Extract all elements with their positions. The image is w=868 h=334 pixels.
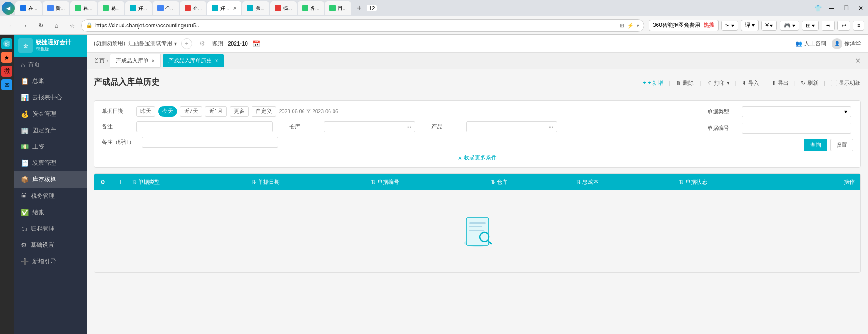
type-dropdown-icon: ▾ bbox=[844, 108, 847, 115]
print-label: 打印 bbox=[714, 79, 725, 87]
new-tab-button[interactable]: + bbox=[352, 1, 366, 15]
tab-4[interactable]: 易... bbox=[98, 1, 124, 15]
shirt-icon[interactable]: 👕 bbox=[813, 4, 822, 13]
tab-bill-list[interactable]: 产成品入库单 ✕ bbox=[110, 54, 161, 68]
weibo-icon[interactable]: 微 bbox=[1, 66, 12, 77]
tab-3[interactable]: 易... bbox=[70, 1, 97, 15]
nav-item-assets[interactable]: 🏢 固定资产 bbox=[14, 122, 87, 139]
user-profile[interactable]: 👤 徐泽华 bbox=[832, 38, 861, 49]
settings-gear-icon[interactable]: ⚙ bbox=[197, 38, 208, 49]
show-detail-checkbox[interactable] bbox=[831, 80, 837, 86]
tab-9[interactable]: 腾... bbox=[242, 1, 269, 15]
refresh-button[interactable]: ↻ 刷新 bbox=[801, 79, 818, 87]
export-button[interactable]: ⬆ 导出 bbox=[771, 79, 789, 87]
theme-btn[interactable]: ☀ bbox=[822, 21, 835, 31]
th-gear[interactable]: ⚙ bbox=[94, 174, 111, 190]
nav-item-new-bill[interactable]: ➕ 新增引导 bbox=[14, 253, 87, 270]
scissors-btn[interactable]: ✂ ▾ bbox=[721, 21, 738, 31]
nav-item-funds[interactable]: 💰 资金管理 bbox=[14, 106, 87, 122]
nav-item-basic[interactable]: ⚙ 基础设置 bbox=[14, 237, 87, 253]
th-type[interactable]: ⇅ 单据类型 bbox=[127, 174, 246, 190]
type-select[interactable]: ▾ bbox=[742, 106, 851, 117]
tab-5[interactable]: 好... bbox=[125, 1, 152, 15]
tab-bill-history[interactable]: 产成品入库单历史 ✕ bbox=[163, 54, 224, 67]
tab-8-close[interactable]: ✕ bbox=[233, 5, 237, 11]
th-number[interactable]: ⇅ 单据编号 bbox=[365, 174, 485, 190]
tab-10[interactable]: 畅... bbox=[270, 1, 297, 15]
tab-bill-history-close[interactable]: ✕ bbox=[215, 58, 218, 63]
date-btn-1month[interactable]: 近1月 bbox=[205, 106, 227, 117]
th-total-cost[interactable]: ⇅ 总成本 bbox=[571, 174, 673, 190]
nav-item-invoice[interactable]: 🧾 发票管理 bbox=[14, 155, 87, 171]
remark-input[interactable] bbox=[136, 121, 273, 132]
date-btn-7days[interactable]: 近7天 bbox=[180, 106, 202, 117]
tab-8-active[interactable]: 好... ✕ bbox=[207, 1, 241, 15]
delete-button[interactable]: 🗑 删除 bbox=[676, 79, 694, 87]
tab-11[interactable]: 各... bbox=[298, 1, 324, 15]
customer-service[interactable]: 👥 人工咨询 bbox=[796, 40, 826, 47]
company-selector[interactable]: (勿删勿禁用）江西酿宝测试专用 ▾ bbox=[94, 40, 177, 47]
tab-6[interactable]: 个... bbox=[153, 1, 179, 15]
forward-button[interactable]: › bbox=[19, 19, 32, 32]
date-btn-custom[interactable]: 自定义 bbox=[252, 106, 276, 117]
tab-12[interactable]: 目... bbox=[325, 1, 351, 15]
translate-btn[interactable]: 译 ▾ bbox=[741, 20, 759, 31]
nav-item-reports[interactable]: 📊 云报表中心 bbox=[14, 89, 87, 106]
add-company-button[interactable]: + bbox=[181, 38, 192, 49]
more-btn[interactable]: ≡ bbox=[853, 21, 864, 31]
add-button[interactable]: + + 新增 bbox=[643, 79, 663, 87]
product-select[interactable]: ··· bbox=[466, 121, 557, 132]
nav-item-home[interactable]: ⌂ 首页 bbox=[14, 57, 87, 73]
th-warehouse[interactable]: ⇅ 仓库 bbox=[485, 174, 571, 190]
bookmark-button[interactable]: ☆ bbox=[66, 19, 78, 32]
filter-settings-button[interactable]: 设置 bbox=[830, 139, 853, 151]
home-button[interactable]: ⌂ bbox=[50, 19, 63, 32]
game-btn[interactable]: 🎮 ▾ bbox=[780, 21, 799, 31]
query-button[interactable]: 查询 bbox=[804, 139, 827, 151]
import-button[interactable]: ⬇ 导入 bbox=[742, 79, 759, 87]
collapse-button[interactable]: ∧ 收起更多条件 bbox=[102, 154, 853, 162]
warehouse-select[interactable]: ··· bbox=[324, 121, 415, 132]
remark-detail-input[interactable] bbox=[142, 137, 278, 148]
yuan-btn[interactable]: ¥ ▾ bbox=[761, 21, 777, 31]
number-input[interactable] bbox=[742, 123, 851, 134]
calendar-icon[interactable]: 📅 bbox=[252, 40, 260, 47]
app-logo[interactable]: 好 bbox=[1, 38, 12, 49]
th-status[interactable]: ⇅ 单据状态 bbox=[673, 174, 793, 190]
undo-btn[interactable]: ↩ bbox=[837, 21, 850, 31]
back-button[interactable]: ‹ bbox=[4, 19, 16, 32]
close-button[interactable]: ✕ bbox=[855, 3, 866, 14]
page-close-button[interactable]: ✕ bbox=[855, 57, 861, 65]
mail-icon[interactable]: ✉ bbox=[1, 79, 12, 90]
export-icon: ⬆ bbox=[771, 80, 776, 86]
nav-item-checkout[interactable]: ✅ 结账 bbox=[14, 204, 87, 221]
nav-item-inventory[interactable]: 📦 库存核算 bbox=[14, 171, 87, 188]
date-btn-yesterday[interactable]: 昨天 bbox=[136, 106, 155, 117]
tab-1[interactable]: 在... bbox=[15, 1, 42, 15]
th-checkbox[interactable]: ☐ bbox=[111, 174, 127, 190]
star-icon[interactable]: ★ bbox=[1, 52, 12, 63]
breadcrumb-home[interactable]: 首页 bbox=[94, 55, 105, 67]
tab-7[interactable]: 企... bbox=[180, 1, 206, 15]
nav-item-tax[interactable]: 🏛 税务管理 bbox=[14, 188, 87, 204]
nav-item-archive[interactable]: 🗂 归档管理 bbox=[14, 221, 87, 237]
print-button[interactable]: 🖨 打印 ▾ bbox=[707, 79, 729, 87]
maximize-button[interactable]: ❐ bbox=[841, 3, 852, 14]
browser-back-icon[interactable]: ◀ bbox=[2, 2, 15, 15]
nav-label-salary: 工资 bbox=[32, 143, 44, 151]
checkbox-icon: ☐ bbox=[116, 179, 121, 185]
tab-bill-list-close[interactable]: ✕ bbox=[151, 58, 155, 63]
search-btn[interactable]: 360智能抠图免费用 热搜 bbox=[649, 20, 719, 31]
nav-item-general[interactable]: 📋 总账 bbox=[14, 73, 87, 89]
date-btn-today[interactable]: 今天 bbox=[158, 106, 177, 117]
url-bar[interactable]: 🔒 https://cloud.chanjet.com/accounting/u… bbox=[81, 19, 644, 32]
dropdown-icon[interactable]: ▾ bbox=[637, 22, 639, 29]
show-detail-toggle[interactable]: 显示明细 bbox=[831, 79, 861, 87]
date-btn-more[interactable]: 更多 bbox=[230, 106, 249, 117]
nav-item-salary[interactable]: 💵 工资 bbox=[14, 139, 87, 155]
refresh-button[interactable]: ↻ bbox=[35, 19, 47, 32]
minimize-button[interactable]: — bbox=[826, 3, 837, 14]
tab-2[interactable]: 新... bbox=[43, 1, 69, 15]
th-date[interactable]: ⇅ 单据日期 bbox=[246, 174, 365, 190]
grid-btn[interactable]: ⊞ ▾ bbox=[802, 21, 819, 31]
